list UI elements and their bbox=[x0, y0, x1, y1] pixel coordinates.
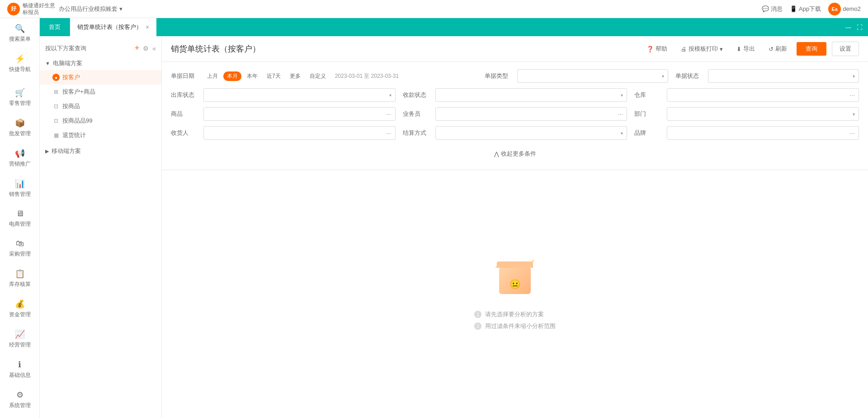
page-title-bar: 销货单统计表（按客户） ❓ 帮助 🖨 按模板打印 ▾ bbox=[162, 36, 868, 62]
grid-icon: ⊡ bbox=[52, 103, 60, 110]
money-icon: 💰 bbox=[15, 299, 25, 309]
chevron-down-icon: ▼ bbox=[45, 61, 50, 66]
refresh-icon: ↺ bbox=[769, 46, 774, 52]
date-last-month[interactable]: 上月 bbox=[203, 71, 222, 81]
product-select[interactable]: ··· bbox=[203, 107, 396, 121]
avatar: Ea bbox=[828, 3, 841, 15]
chevron-down-icon: ▾ bbox=[119, 5, 123, 12]
dots-icon: ··· bbox=[386, 129, 392, 137]
sidebar-item-basic[interactable]: ℹ 基础信息 bbox=[0, 354, 39, 385]
scheme-by-customer[interactable]: ● 按客户 bbox=[40, 70, 161, 85]
left-panel: 按以下方案查询 + ⚙ « ▼ 电脑端方案 bbox=[40, 36, 162, 418]
chart-icon: 📊 bbox=[15, 179, 25, 189]
main-body: 🔍 搜索菜单 ⚡ 快捷导航 🛒 零售管理 📦 批发管理 📢 营销推广 📊 bbox=[0, 18, 868, 418]
dept-select[interactable]: ▾ bbox=[667, 107, 859, 121]
table-icon: ⊞ bbox=[52, 88, 60, 95]
scheme-by-product-99[interactable]: ⊡ 按商品品99 bbox=[40, 114, 161, 128]
date-last-7[interactable]: 近7天 bbox=[263, 71, 284, 81]
sidebar-item-marketing[interactable]: 📢 营销推广 bbox=[0, 143, 39, 173]
sidebar-item-purchase[interactable]: 🛍 采购管理 bbox=[0, 233, 39, 263]
date-shortcuts: 上月 本月 本年 近7天 更多 自定义 2023-03-01 至 2023-03… bbox=[203, 71, 399, 81]
sidebar-item-quick-nav[interactable]: ⚡ 快捷导航 bbox=[0, 48, 39, 79]
minimize-icon[interactable]: — bbox=[845, 24, 851, 31]
tab-spacer bbox=[156, 18, 840, 36]
megaphone-icon: 📢 bbox=[15, 148, 25, 158]
chevron-down-icon: ▾ bbox=[621, 93, 623, 98]
product-label: 商品 bbox=[171, 110, 196, 118]
scheme-settings-button[interactable]: ⚙ bbox=[143, 45, 149, 52]
header-right: 💬 消息 📱 App下载 Ea demo2 bbox=[762, 3, 861, 15]
query-button[interactable]: 查询 bbox=[797, 42, 826, 56]
mobile-group-header[interactable]: ▶ 移动端方案 bbox=[40, 144, 161, 158]
date-range-display: 2023-03-01 至 2023-03-31 bbox=[335, 72, 399, 80]
empty-hint-2: 2 用过滤条件来缩小分析范围 bbox=[474, 322, 556, 330]
grid2-icon: ⊡ bbox=[52, 117, 60, 124]
dots-icon: ··· bbox=[386, 110, 392, 118]
doc-status-select[interactable]: ▾ bbox=[708, 69, 859, 83]
sidebar-item-enterprise[interactable]: 🤝 企业协同 bbox=[0, 415, 39, 418]
empty-illustration: 😐 ✦ ✦ bbox=[488, 258, 542, 303]
scheme-by-customer-product[interactable]: ⊞ 按客户+商品 bbox=[40, 85, 161, 99]
date-custom[interactable]: 自定义 bbox=[306, 71, 330, 81]
date-this-month[interactable]: 本月 bbox=[223, 71, 241, 81]
sidebar-item-retail[interactable]: 🛒 零售管理 bbox=[0, 82, 39, 113]
top-header: 好 畅捷通好生意 标报员 办公用品行业模拟账套 ▾ 💬 消息 📱 App下载 bbox=[0, 0, 868, 18]
user-menu[interactable]: Ea demo2 bbox=[828, 3, 861, 15]
collapse-button[interactable]: ⋀ 收起更多条件 bbox=[487, 147, 543, 161]
app-selector[interactable]: 办公用品行业模拟账套 ▾ bbox=[59, 5, 123, 13]
download-icon: 📱 bbox=[790, 5, 797, 12]
dots-icon: ··· bbox=[618, 110, 623, 118]
sidebar-item-sales[interactable]: 📊 销售管理 bbox=[0, 173, 39, 204]
settings-button[interactable]: 设置 bbox=[832, 42, 859, 56]
receipt-status-select[interactable]: ▾ bbox=[435, 88, 627, 102]
sidebar-item-inventory[interactable]: 📋 库存核算 bbox=[0, 263, 39, 294]
panel-header: 按以下方案查询 + ⚙ « bbox=[40, 42, 161, 57]
salesperson-label: 业务员 bbox=[403, 110, 428, 118]
date-label: 单据日期 bbox=[171, 72, 196, 80]
header-left: 好 畅捷通好生意 标报员 办公用品行业模拟账套 ▾ bbox=[7, 2, 123, 15]
doc-type-select[interactable]: ▾ bbox=[517, 69, 668, 83]
sidebar-item-ecommerce[interactable]: 🖥 电商管理 bbox=[0, 204, 39, 233]
message-button[interactable]: 💬 消息 bbox=[762, 5, 783, 13]
scheme-by-product[interactable]: ⊡ 按商品 bbox=[40, 99, 161, 114]
tab-close-icon[interactable]: × bbox=[146, 24, 149, 31]
filter-area: 单据日期 上月 本月 本年 近7天 更多 自定义 2023-03-01 至 20… bbox=[162, 62, 868, 170]
export-button[interactable]: ⬇ 导出 bbox=[732, 43, 759, 55]
maximize-icon[interactable]: ⛶ bbox=[857, 24, 863, 31]
sidebar-item-finance[interactable]: 💰 资金管理 bbox=[0, 294, 39, 324]
print-button[interactable]: 🖨 按模板打印 ▾ bbox=[677, 43, 727, 55]
info-icon: ℹ bbox=[18, 360, 21, 370]
date-more[interactable]: 更多 bbox=[286, 71, 304, 81]
tab-home[interactable]: 首页 bbox=[40, 18, 70, 36]
print-icon: 🖨 bbox=[681, 46, 687, 52]
tab-current[interactable]: 销货单统计表（按客户） × bbox=[70, 18, 156, 36]
sidebar-item-operations[interactable]: 📈 经营管理 bbox=[0, 324, 39, 354]
warehouse-select[interactable]: ··· bbox=[667, 88, 859, 102]
message-icon: 💬 bbox=[762, 5, 769, 12]
chevron-down-icon: ▾ bbox=[621, 131, 623, 136]
panel-header-actions: + ⚙ « bbox=[135, 43, 156, 53]
page-title: 销货单统计表（按客户） bbox=[171, 43, 260, 54]
refresh-button[interactable]: ↺ 刷新 bbox=[764, 43, 791, 55]
settlement-label: 结算方式 bbox=[403, 129, 428, 137]
search-icon: 🔍 bbox=[15, 24, 25, 33]
collapse-panel-button[interactable]: « bbox=[152, 45, 156, 52]
gear-icon: ⚙ bbox=[16, 390, 24, 400]
scheme-return-stats[interactable]: ▦ 退货统计 bbox=[40, 128, 161, 142]
chevron-right-icon: ▶ bbox=[45, 148, 49, 154]
receipt-status-label: 收款状态 bbox=[403, 91, 428, 99]
app-download-button[interactable]: 📱 App下载 bbox=[790, 5, 821, 13]
date-this-year[interactable]: 本年 bbox=[243, 71, 261, 81]
recipient-select[interactable]: ··· bbox=[203, 126, 396, 140]
settlement-select[interactable]: ▾ bbox=[435, 126, 627, 140]
sidebar-item-search-menu[interactable]: 🔍 搜索菜单 bbox=[0, 18, 39, 48]
desktop-group-header[interactable]: ▼ 电脑端方案 bbox=[40, 57, 161, 70]
salesperson-select[interactable]: ··· bbox=[435, 107, 627, 121]
filter-row-1: 单据日期 上月 本月 本年 近7天 更多 自定义 2023-03-01 至 20… bbox=[171, 69, 859, 83]
sidebar-item-system[interactable]: ⚙ 系统管理 bbox=[0, 385, 39, 415]
help-button[interactable]: ❓ 帮助 bbox=[642, 43, 671, 55]
sidebar-item-wholesale[interactable]: 📦 批发管理 bbox=[0, 113, 39, 143]
out-status-select[interactable]: ▾ bbox=[203, 88, 396, 102]
add-scheme-button[interactable]: + bbox=[135, 43, 140, 53]
brand-select[interactable]: ··· bbox=[667, 126, 859, 140]
